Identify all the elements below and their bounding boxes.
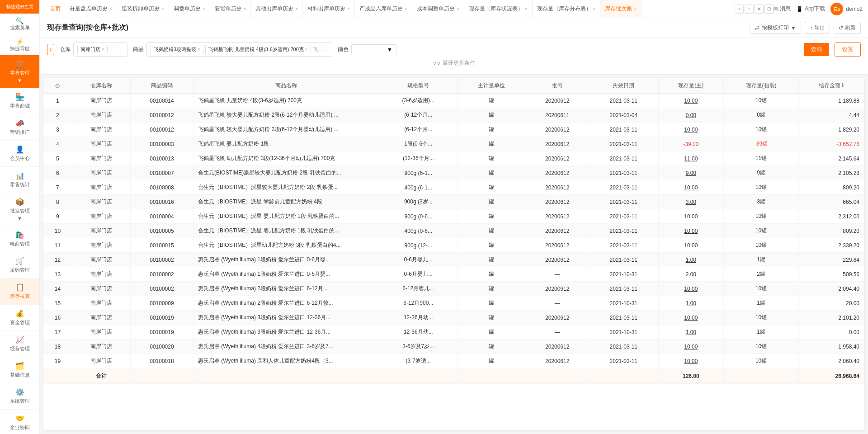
tab-diaopei[interactable]: 调拨单历史 × — [169, 0, 210, 18]
tab-close-kucun-dist[interactable]: × — [593, 6, 596, 11]
table-row: 16南岸门店00100019惠氏启睿 (Wyeth illuma) 3段奶粉 爱… — [43, 311, 864, 325]
product-label: 商品 — [133, 46, 144, 53]
nav-home[interactable]: 首页 — [45, 5, 65, 13]
table-row: 6南岸门店00100007合生元(BIOSTIME)派星较大婴儿配方奶粉 2段 … — [43, 166, 864, 180]
tab-close-zuhe[interactable]: × — [161, 6, 164, 11]
product-remove-0[interactable]: × — [198, 47, 200, 52]
table-row: 4南岸门店00100003飞鹤星飞帆 婴儿配方奶粉 1段1段(0-6个...罐2… — [43, 137, 864, 151]
tab-scroll-left[interactable]: ‹ — [735, 5, 744, 14]
table-row: 17南岸门店00100019惠氏启睿 (Wyeth illuma) 3段奶粉 爱… — [43, 325, 864, 340]
col-warehouse: 仓库名称 — [72, 78, 130, 94]
download-icon: 📱 — [796, 6, 803, 12]
product-input[interactable]: 飞鹤奶粉3段两提装 × 飞鹤星飞帆 儿童奶粉 4段(3-6岁适用) 700克 ×… — [146, 42, 332, 57]
color-label: 颜色 — [338, 46, 349, 53]
sidebar-item-retail-stats[interactable]: 📊 零售统计 — [0, 167, 39, 193]
tab-close-yaohuo[interactable]: × — [244, 6, 246, 11]
sidebar-item-system[interactable]: ⚙️ 系统管理 — [0, 383, 39, 410]
user-area[interactable]: Ea demo2 — [830, 3, 863, 15]
tab-scroll-right[interactable]: › — [745, 5, 754, 14]
sidebar-item-finance[interactable]: 💰 资金管理 — [0, 305, 39, 331]
msg-btn[interactable]: ✉ 消息 — [774, 5, 791, 13]
app-download-btn[interactable]: 📱 App下载 — [796, 5, 825, 13]
finance-icon: 💰 — [15, 309, 24, 318]
export-btn[interactable]: ↑ 导出 — [805, 22, 830, 34]
sidebar-item-member[interactable]: 👤 会员中心 — [0, 141, 39, 167]
tab-chancheng[interactable]: 产成品入库单历史 × — [355, 0, 412, 18]
col-amount: 结存金额 ℹ — [799, 78, 864, 94]
col-unit: 主计量单位 — [458, 78, 526, 94]
tab-close-chancheng[interactable]: × — [405, 6, 407, 11]
tab-close-diaopei[interactable]: × — [203, 6, 205, 11]
stats-icon: 📊 — [15, 171, 24, 180]
product-more[interactable]: ··· — [324, 47, 328, 53]
table-row: 14南岸门店00100002惠氏启睿 (Wyeth illuma) 2段奶粉 爱… — [43, 282, 864, 296]
col-expire: 失效日期 — [589, 78, 658, 94]
table-row: 13南岸门店00100002惠氏启睿 (Wyeth illuma) 1段奶粉 爱… — [43, 267, 864, 282]
table-row: 1南岸门店00100014飞鹤星飞帆 儿童奶粉 4段(3-6岁适用) 700克(… — [43, 94, 864, 108]
marketing-icon: 📣 — [15, 119, 24, 127]
warehouse-input[interactable]: 南岸门店 × ··· — [73, 42, 127, 57]
expand-more-btn[interactable]: ∨∨ 展开更多条件 — [47, 57, 861, 70]
tab-pici[interactable]: 库存批次账 × — [600, 0, 642, 18]
query-btn[interactable]: 查询 — [804, 43, 829, 56]
sidebar-item-search[interactable]: 🔍 搜索英单 — [0, 14, 39, 35]
tab-chuku[interactable]: 其他出库单历史 × — [251, 0, 303, 18]
tab-yaohuo[interactable]: 要货单历史 × — [210, 0, 251, 18]
tab-chengben[interactable]: 成本调整单历史 × — [412, 0, 464, 18]
sidebar-item-inventory[interactable]: 📋 库存核算 — [0, 278, 39, 305]
sidebar-item-retail-shop[interactable]: 🏪 零售商城 — [0, 88, 39, 114]
tab-close-pici[interactable]: × — [634, 6, 637, 11]
tab-fenpan[interactable]: 分量盘点单历史 × — [65, 0, 117, 18]
table-footer-row: 合计126.0026,968.64 — [43, 368, 864, 384]
color-input[interactable]: ▼ — [351, 44, 396, 55]
retail-icon: 🛒 — [15, 60, 24, 68]
gear-icon[interactable]: ⚙ — [55, 82, 61, 90]
print-dropdown-icon: ▼ — [791, 25, 796, 31]
table-row: 3南岸门店00100012飞鹤星飞帆 较大婴儿配方奶粉 2段(6-12个月婴幼儿… — [43, 123, 864, 137]
tab-kucun-dist[interactable]: 现存量（库存分布表） × — [533, 0, 601, 18]
print-btn[interactable]: 🖨 按模板打印 ▼ — [750, 22, 801, 34]
sidebar-item-quicknav[interactable]: ⚡ 快捷导航 — [0, 35, 39, 55]
sidebar-item-purchase[interactable]: 🛒 采购管理 — [0, 252, 39, 278]
table-row: 7南岸门店00100008合生元（BIOSTIME）派星较大婴儿配方奶粉 2段 … — [43, 180, 864, 195]
export-icon: ↑ — [810, 25, 812, 31]
tab-zuhe[interactable]: 组装拆卸单历史 × — [117, 0, 169, 18]
sidebar-item-ops[interactable]: 📈 经营管理 — [0, 331, 39, 357]
tab-close-all[interactable]: ✕ — [755, 5, 764, 14]
tab-menu[interactable]: ⊡ — [764, 5, 774, 14]
sidebar-item-corp[interactable]: 🤝 企业协同 — [0, 410, 39, 434]
product-tag-1: 飞鹤星飞帆 儿童奶粉 4段(3-6岁适用) 700克 × — [205, 45, 311, 54]
ops-icon: 📈 — [15, 335, 24, 344]
page-title: 现存量查询(按仓库+批次) — [47, 23, 128, 33]
warehouse-more[interactable]: ··· — [109, 47, 114, 53]
product-more-indicator: 飞... — [313, 46, 322, 53]
tab-close-cailiao[interactable]: × — [347, 6, 350, 11]
tab-close-chengben[interactable]: × — [457, 6, 459, 11]
sidebar: 畅捷通好生意 🔍 搜索英单 ⚡ 快捷导航 🛒 零售管理 ▼ 🏪 零售商城 📣 营… — [0, 0, 40, 434]
sidebar-item-ecommerce[interactable]: 🛍️ 电商管理 — [0, 226, 39, 252]
filter-expand-btn[interactable]: › — [47, 44, 54, 55]
page-actions: 🖨 按模板打印 ▼ ↑ 导出 ↺ 刷新 — [750, 22, 861, 34]
table-row: 19南岸门店00100018惠氏启睿 (Wyeth illuma) 亲和人体儿童… — [43, 354, 864, 368]
tab-close-kucun-status[interactable]: × — [525, 6, 528, 11]
settings-btn[interactable]: 设置 — [835, 42, 861, 57]
user-avatar: Ea — [830, 3, 843, 15]
warehouse-tag: 南岸门店 × — [77, 45, 108, 54]
sidebar-item-retail[interactable]: 🛒 零售管理 ▼ — [0, 55, 39, 88]
tab-close-fenpan[interactable]: × — [109, 6, 112, 11]
refresh-btn[interactable]: ↺ 刷新 — [834, 22, 861, 34]
sidebar-item-base[interactable]: 🗂️ 基础信息 — [0, 357, 39, 383]
table-row: 12南岸门店00100002惠氏启睿 (Wyeth illuma) 1段奶粉 爱… — [43, 253, 864, 267]
tab-close-chuku[interactable]: × — [295, 6, 298, 11]
sidebar-item-wholesale[interactable]: 📦 批发管理 ▼ — [0, 193, 39, 226]
tab-kucun-status[interactable]: 现存量（库存状况表） × — [464, 0, 533, 18]
tab-nav-arrows: ‹ › ✕ ⊡ — [735, 5, 774, 14]
tab-cailiao[interactable]: 材料出库单历史 × — [303, 0, 355, 18]
refresh-icon: ↺ — [839, 25, 843, 31]
warehouse-remove[interactable]: × — [102, 47, 104, 52]
product-remove-1[interactable]: × — [305, 47, 308, 52]
table-row: 5南岸门店00100013飞鹤星飞帆 幼儿配方奶粉 3段(12-36个月幼儿适用… — [43, 151, 864, 166]
filter-product: 商品 飞鹤奶粉3段两提装 × 飞鹤星飞帆 儿童奶粉 4段(3-6岁适用) 700… — [133, 42, 332, 57]
data-table: ⚙ 仓库名称 商品编码 商品名称 规格型号 主计量单位 批号 失效日期 现存量(… — [43, 78, 864, 384]
sidebar-item-marketing[interactable]: 📣 营销推广 — [0, 114, 39, 141]
